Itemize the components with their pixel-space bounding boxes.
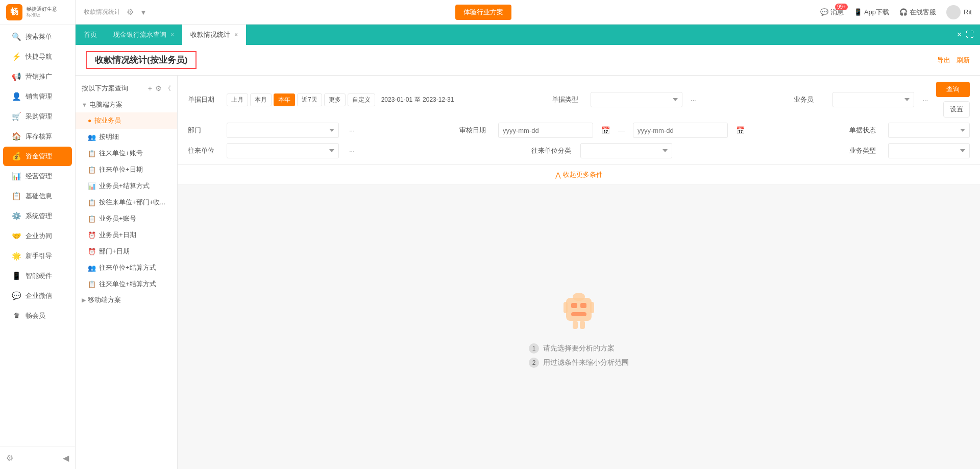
doc-type-select[interactable] bbox=[591, 92, 682, 107]
panel-item-unit-settlement3[interactable]: 📋 往来单位+结算方式 bbox=[76, 276, 177, 292]
svg-rect-2 bbox=[580, 303, 586, 308]
sidebar-nav: 🔍 搜索菜单 ⚡ 快捷导航 📢 营销推广 👤 销售管理 🛒 采购管理 🏠 库存核… bbox=[0, 25, 75, 447]
sidebar-settings-btn[interactable]: ⚙ bbox=[6, 453, 13, 463]
sidebar-item-purchase[interactable]: 🛒 采购管理 bbox=[3, 107, 72, 126]
sidebar-item-inventory[interactable]: 🏠 库存核算 bbox=[3, 127, 72, 146]
inventory-icon: 🏠 bbox=[11, 132, 21, 141]
sidebar-item-basic[interactable]: 📋 基础信息 bbox=[3, 186, 72, 206]
panel-settings-button[interactable]: ⚙ bbox=[155, 84, 162, 93]
svg-rect-7 bbox=[580, 321, 585, 329]
main-area: 收款情况统计 ⚙ ▼ 体验行业方案 💬 消息 99+ 📱 App下载 🎧 在线客… bbox=[76, 0, 980, 469]
panel-section-mobile-title[interactable]: ▶ 移动端方案 bbox=[76, 292, 177, 308]
panel-section-desktop: ▼ 电脑端方案 ● 按业务员 👥 按明细 📋 往来单位+账号 bbox=[76, 97, 177, 292]
sidebar-item-enterprise[interactable]: 🤝 企业协同 bbox=[3, 226, 72, 246]
mobile-arrow-icon: ▶ bbox=[82, 297, 86, 303]
tab-bankflow[interactable]: 现金银行流水查询 × bbox=[105, 25, 182, 45]
trial-button[interactable]: 体验行业方案 bbox=[455, 5, 511, 20]
tab-collection[interactable]: 收款情况统计 × bbox=[182, 25, 246, 45]
panel-item-by-detail[interactable]: 👥 按明细 bbox=[76, 129, 177, 145]
sidebar-item-quicknav[interactable]: ⚡ 快捷导航 bbox=[3, 47, 72, 66]
header-gear-icon[interactable]: ⚙ bbox=[127, 7, 134, 17]
panel-collapse-button[interactable]: 《 bbox=[165, 84, 171, 93]
collapse-button[interactable]: ⋀ 收起更多条件 bbox=[555, 170, 603, 179]
counterpart-select[interactable] bbox=[227, 143, 339, 158]
header-center: 体验行业方案 bbox=[455, 5, 511, 20]
review-date-from[interactable] bbox=[498, 123, 593, 138]
panel-item-unit-date[interactable]: 📋 往来单位+日期 bbox=[76, 161, 177, 178]
sidebar-item-member[interactable]: ♛ 畅会员 bbox=[3, 306, 72, 325]
empty-step-1: 1 请先选择要分析的方案 bbox=[529, 343, 629, 354]
tab-bankflow-close-icon[interactable]: × bbox=[170, 31, 174, 38]
logo-icon: 畅 bbox=[6, 4, 22, 20]
date-btn-custom[interactable]: 自定义 bbox=[348, 93, 375, 106]
sidebar-footer: ⚙ ◀ bbox=[0, 447, 75, 469]
panel-item-sales-settlement[interactable]: 📊 业务员+结算方式 bbox=[76, 178, 177, 194]
counterpart-more-icon[interactable]: ··· bbox=[349, 147, 355, 155]
svg-point-8 bbox=[573, 293, 585, 301]
date-btn-this-month[interactable]: 本月 bbox=[250, 93, 272, 106]
panel-add-button[interactable]: + bbox=[148, 84, 152, 93]
calendar-from-icon[interactable]: 📅 bbox=[601, 126, 610, 134]
notification-area[interactable]: 💬 消息 99+ bbox=[820, 8, 844, 17]
salesperson-more-icon[interactable]: ··· bbox=[922, 96, 928, 104]
doc-type-more-icon[interactable]: ··· bbox=[691, 96, 696, 104]
unit-dept-icon: 📋 bbox=[88, 199, 96, 206]
panel-item-sales-account[interactable]: 📋 业务员+账号 bbox=[76, 210, 177, 227]
panel-item-unit-account[interactable]: 📋 往来单位+账号 bbox=[76, 145, 177, 161]
sidebar-item-search[interactable]: 🔍 搜索菜单 bbox=[3, 27, 72, 46]
settings-button[interactable]: 设置 bbox=[943, 101, 970, 118]
date-btn-last7days[interactable]: 近7天 bbox=[297, 93, 322, 106]
avatar bbox=[946, 5, 961, 19]
calendar-to-icon[interactable]: 📅 bbox=[736, 126, 745, 134]
date-btn-this-year[interactable]: 本年 bbox=[274, 93, 295, 106]
tab-collection-close-icon[interactable]: × bbox=[234, 31, 238, 38]
counterpart-category-select[interactable] bbox=[580, 143, 672, 158]
dept-more-icon[interactable]: ··· bbox=[349, 127, 355, 134]
panel-section-desktop-title[interactable]: ▼ 电脑端方案 bbox=[76, 97, 177, 112]
date-btn-more[interactable]: 更多 bbox=[324, 93, 346, 106]
refresh-button[interactable]: 刷新 bbox=[957, 56, 970, 65]
header-right: 💬 消息 99+ 📱 App下载 🎧 在线客服 Rit bbox=[820, 5, 972, 19]
tabs-close-all-icon[interactable]: × bbox=[957, 30, 962, 39]
panel-item-sales-date[interactable]: ⏰ 业务员+日期 bbox=[76, 227, 177, 243]
sidebar-item-finance[interactable]: 💰 资金管理 bbox=[3, 147, 72, 166]
guide-icon: 🌟 bbox=[11, 251, 21, 261]
svg-rect-1 bbox=[571, 303, 577, 308]
biz-type-select[interactable] bbox=[888, 143, 970, 158]
sidebar-collapse-btn[interactable]: ◀ bbox=[63, 453, 69, 463]
sidebar-item-guide[interactable]: 🌟 新手引导 bbox=[3, 246, 72, 266]
tab-home[interactable]: 首页 bbox=[76, 30, 105, 39]
panel-item-by-salesperson[interactable]: ● 按业务员 bbox=[76, 112, 177, 129]
dept-label: 部门 bbox=[188, 126, 218, 135]
export-button[interactable]: 导出 bbox=[937, 56, 950, 65]
review-date-to[interactable] bbox=[633, 123, 728, 138]
date-btn-last-month[interactable]: 上月 bbox=[227, 93, 248, 106]
query-button[interactable]: 查询 bbox=[936, 82, 970, 97]
tabs-bar: 首页 现金银行流水查询 × 收款情况统计 × × ⛶ bbox=[76, 25, 980, 45]
panel-item-unit-settlement2[interactable]: 👥 往来单位+结算方式 bbox=[76, 260, 177, 276]
notification-icon: 💬 bbox=[820, 8, 828, 16]
dept-select[interactable] bbox=[227, 123, 339, 138]
tabs-maximize-icon[interactable]: ⛶ bbox=[966, 30, 974, 39]
filter-area: 单据日期 上月 本月 本年 近7天 更多 自定义 2023-01-01 至 20 bbox=[178, 76, 980, 165]
doc-status-select[interactable] bbox=[888, 123, 970, 138]
basic-icon: 📋 bbox=[11, 192, 21, 201]
panel-item-unit-dept-collect[interactable]: 📋 按往来单位+部门+收... bbox=[76, 194, 177, 210]
panel-item-dept-date[interactable]: ⏰ 部门+日期 bbox=[76, 243, 177, 260]
sales-settlement-icon: 📊 bbox=[88, 182, 96, 190]
sidebar-item-system[interactable]: ⚙️ 系统管理 bbox=[3, 206, 72, 226]
top-header: 收款情况统计 ⚙ ▼ 体验行业方案 💬 消息 99+ 📱 App下载 🎧 在线客… bbox=[76, 0, 980, 25]
sidebar-item-operations[interactable]: 📊 经营管理 bbox=[3, 167, 72, 186]
header-chevron-icon[interactable]: ▼ bbox=[140, 8, 147, 16]
page-title-box: 收款情况统计(按业务员) bbox=[86, 51, 197, 69]
biz-type-label: 业务类型 bbox=[849, 146, 880, 155]
salesperson-select[interactable] bbox=[832, 92, 914, 107]
sidebar-item-sales[interactable]: 👤 销售管理 bbox=[3, 87, 72, 106]
date-range: 2023-01-01 至 2023-12-31 bbox=[381, 96, 454, 104]
online-service[interactable]: 🎧 在线客服 bbox=[899, 8, 936, 17]
sidebar-item-hardware[interactable]: 📱 智能硬件 bbox=[3, 266, 72, 286]
user-area[interactable]: Rit bbox=[946, 5, 972, 19]
sidebar-item-wechat[interactable]: 💬 企业微信 bbox=[3, 286, 72, 306]
sidebar-item-marketing[interactable]: 📢 营销推广 bbox=[3, 67, 72, 86]
app-download[interactable]: 📱 App下载 bbox=[854, 8, 889, 17]
